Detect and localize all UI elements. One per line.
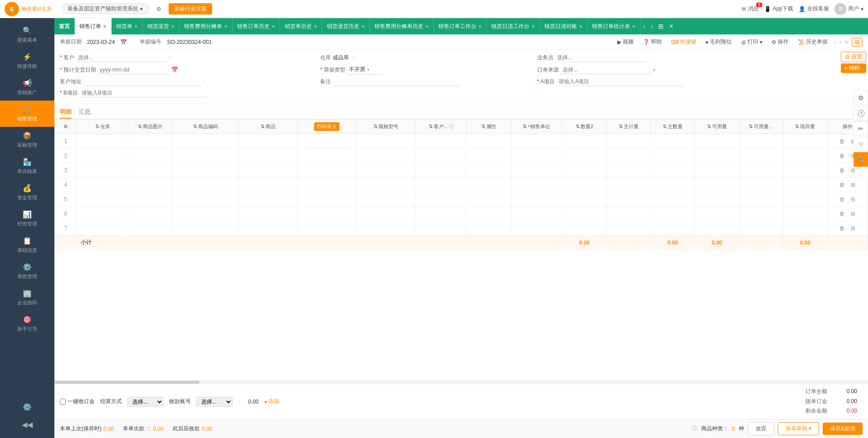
one-click-checkbox[interactable]: 一键收订金 xyxy=(60,398,95,405)
add-material-btn[interactable]: + 物料 xyxy=(841,63,866,73)
sidebar-settings-btn[interactable]: ⚙️ xyxy=(0,398,54,416)
tab-close-cash-daily[interactable]: ✕ xyxy=(531,24,535,29)
online-service-btn[interactable]: 👤 在线客服 xyxy=(799,5,829,13)
tab-next-btn[interactable]: › xyxy=(648,23,656,30)
customer-input[interactable] xyxy=(76,53,167,62)
customer-ellipsis[interactable]: ··· xyxy=(168,55,171,60)
row-delete-4[interactable]: 🗑 xyxy=(838,180,847,189)
row-delete-1[interactable]: 🗑 xyxy=(838,137,847,146)
account-select[interactable]: 选择... xyxy=(196,397,233,407)
float-star-btn[interactable]: ☆ xyxy=(853,137,868,151)
row-copy-3[interactable]: ⊞ xyxy=(849,166,858,175)
sidebar-item-operations[interactable]: 📊 经营管理 xyxy=(0,206,54,232)
sidebar-item-quick-nav[interactable]: ⚡ 快捷导航 xyxy=(0,48,54,74)
sidebar-item-sales-mgmt[interactable]: 🛒 销售管理 xyxy=(0,101,54,127)
toolbar-fullscreen-btn[interactable]: ⊞ xyxy=(852,38,863,47)
system-selector[interactable]: 装备及固定资产辅助管理系统 ▾ xyxy=(63,4,149,14)
sidebar-item-marketing[interactable]: 📢 营销推广 xyxy=(0,74,54,101)
tab-sales-order[interactable]: 销售订单 ✕ xyxy=(75,18,112,34)
profit-btn[interactable]: ● 毛利预估 xyxy=(703,37,734,47)
sidebar-item-base-info[interactable]: 📋 基础信息 xyxy=(0,232,54,258)
th-settings[interactable]: ⚙ xyxy=(55,120,77,134)
tab-sales-stats[interactable]: 销售订单统计表 ✕ xyxy=(587,18,640,34)
tab-close-sales-history[interactable]: ✕ xyxy=(314,24,317,29)
order-source-input[interactable] xyxy=(561,66,651,74)
tab-order-history[interactable]: 销售订单历史 ✕ xyxy=(233,18,280,34)
address-ellipsis[interactable]: ··· xyxy=(202,79,206,84)
scan-btn[interactable]: 扫码录入 xyxy=(314,122,339,131)
message-btn[interactable]: ✉ 消息 9 xyxy=(742,5,759,13)
tab-sales-workbench[interactable]: 销售订单工作台 ✕ xyxy=(434,18,487,34)
tab-close-sales-workbench[interactable]: ✕ xyxy=(478,24,482,29)
save-new-btn[interactable]: 保存&新增 xyxy=(823,423,863,435)
payment-method-select[interactable]: 选择... xyxy=(127,397,164,407)
toolbar-next-btn[interactable]: › xyxy=(839,39,841,45)
salesperson-input[interactable] xyxy=(555,53,646,62)
sub-tab-summary[interactable]: 汇总 xyxy=(79,106,91,119)
sidebar-item-sys-mgmt[interactable]: ⚙️ 系统管理 xyxy=(0,258,54,284)
tab-close-sales-stats[interactable]: ✕ xyxy=(632,24,635,29)
tab-expand-btn[interactable]: ⊞ xyxy=(655,23,666,30)
view-btn[interactable]: ▶ 视频 xyxy=(615,37,636,47)
setting-btn[interactable]: ⚙ 设置 xyxy=(841,52,866,62)
float-settings-btn[interactable]: ⚙ xyxy=(853,91,868,105)
discard-btn[interactable]: 放弃 xyxy=(748,422,774,435)
tab-refund[interactable]: 销货退货 ✕ xyxy=(143,18,179,34)
tab-close-order-history[interactable]: ✕ xyxy=(272,24,275,29)
toolbar-list-btn[interactable]: ≡ xyxy=(845,39,848,45)
b-project-input[interactable] xyxy=(80,89,207,97)
a-project-input[interactable] xyxy=(557,77,684,86)
delivery-date-input[interactable] xyxy=(98,66,170,74)
float-edit-btn[interactable]: ✏ xyxy=(853,121,868,136)
row-delete-6[interactable]: 🗑 xyxy=(838,209,847,218)
scroll-thumb[interactable] xyxy=(54,381,199,384)
delivery-calendar-icon[interactable]: 📅 xyxy=(171,67,178,73)
tab-close-cash-reconcile[interactable]: ✕ xyxy=(579,24,582,29)
float-history-btn[interactable]: 🕐 xyxy=(853,106,868,120)
float-action-btn[interactable]: 🔧 xyxy=(853,152,868,167)
sidebar-item-beginner[interactable]: 🎯 新手引导 xyxy=(0,311,54,337)
warehouse-ellipsis[interactable]: ··· xyxy=(352,55,355,60)
calendar-icon[interactable]: 📅 xyxy=(120,39,127,45)
tab-cash-reconcile[interactable]: 钱货日清对账 ✕ xyxy=(540,18,587,34)
sidebar-item-enterprise[interactable]: 🏢 企业协同 xyxy=(0,284,54,311)
address-input[interactable] xyxy=(83,77,201,86)
salesperson-ellipsis[interactable]: ··· xyxy=(647,55,650,60)
horizontal-scrollbar[interactable] xyxy=(54,380,868,384)
tab-close-sales-return[interactable]: ✕ xyxy=(134,24,138,29)
row-copy-4[interactable]: ⊞ xyxy=(849,180,858,189)
help-btn[interactable]: ❓ 帮助 xyxy=(640,37,664,47)
row-delete-7[interactable]: 🗑 xyxy=(838,224,847,233)
toolbar-prev-btn[interactable]: ‹ xyxy=(834,39,836,45)
tab-sales-history[interactable]: 销货单历史 ✕ xyxy=(280,18,322,34)
tab-close-all-btn[interactable]: ✕ xyxy=(666,23,676,29)
row-delete-3[interactable]: 🗑 xyxy=(838,166,847,175)
tab-cash-daily[interactable]: 钱货日清工作台 ✕ xyxy=(487,18,540,34)
tab-close-sales-order[interactable]: ✕ xyxy=(103,24,107,29)
tab-close-refund[interactable]: ✕ xyxy=(171,24,175,29)
account-ellipsis[interactable]: ··· xyxy=(239,399,242,404)
tab-expense-split[interactable]: 销售费用分摊单 ✕ xyxy=(179,18,233,34)
shortcut-btn[interactable]: ⌨ 快捷键 xyxy=(668,37,699,47)
tab-home[interactable]: 首页 xyxy=(54,18,75,34)
tab-refund-history[interactable]: 销货退货历史 ✕ xyxy=(322,18,370,34)
history-btn[interactable]: 📜 历史单据 xyxy=(795,37,830,47)
row-copy-7[interactable]: ⊞ xyxy=(849,224,858,233)
print-btn[interactable]: 🖨 打印 ▾ xyxy=(738,37,765,47)
app-download-btn[interactable]: 📱 App下载 xyxy=(764,5,793,13)
one-click-checkbox-input[interactable] xyxy=(60,399,66,404)
invoice-type-select[interactable]: 不开票 ▾ xyxy=(347,65,383,75)
row-copy-6[interactable]: ⊞ xyxy=(849,209,858,218)
sidebar-item-inventory[interactable]: 🏪 库存核算 xyxy=(0,153,54,179)
sidebar-item-purchase[interactable]: 📦 采购管理 xyxy=(0,127,54,153)
sidebar-collapse-btn[interactable]: ◀◀ xyxy=(0,416,54,433)
user-menu[interactable]: 用 用户 ▾ xyxy=(834,3,863,15)
tab-sales-return[interactable]: 销货单 ✕ xyxy=(112,18,143,34)
industry-btn[interactable]: 体验行业方案 xyxy=(169,3,212,14)
row-copy-5[interactable]: ⊞ xyxy=(849,195,858,204)
operate-btn[interactable]: ⚙ 操作 xyxy=(769,37,791,47)
sidebar-item-finance[interactable]: 💰 资金管理 xyxy=(0,179,54,206)
sidebar-item-search-menu[interactable]: 🔍 搜索菜单 xyxy=(0,22,54,48)
tab-close-refund-history[interactable]: ✕ xyxy=(361,24,365,29)
add-settlement-btn[interactable]: ● 添加 xyxy=(264,398,279,405)
